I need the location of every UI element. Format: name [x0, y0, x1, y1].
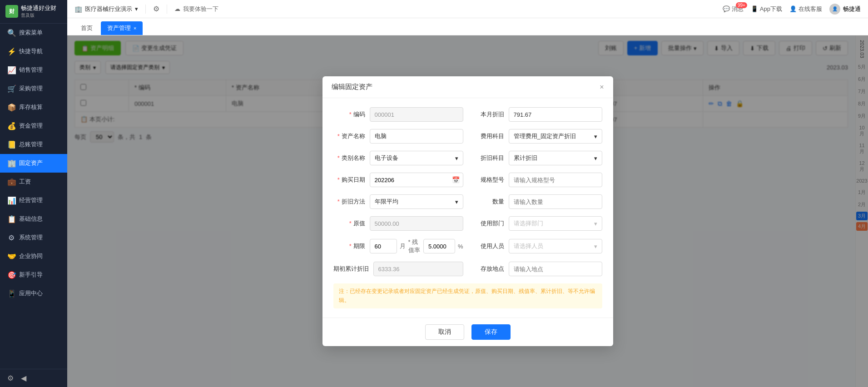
- sidebar-item-label-purchase: 采购管理: [19, 84, 43, 93]
- sidebar-item-salary[interactable]: 💼工资: [0, 173, 67, 191]
- notification-btn[interactable]: 💬 消息 99+: [723, 5, 744, 13]
- sidebar-item-label-salary: 工资: [19, 178, 31, 186]
- save-btn[interactable]: 保存: [471, 324, 511, 340]
- tab-close-icon[interactable]: ×: [134, 25, 136, 31]
- field-category: 类别名称 电子设备 ▾: [333, 151, 463, 165]
- residual-rate-unit: %: [458, 243, 463, 250]
- company-selector[interactable]: 🏢 医疗器械行业演示 ▾: [74, 5, 138, 13]
- department-placeholder: 请选择部门: [514, 219, 543, 228]
- sidebar-item-inventory[interactable]: 📦库存核算: [0, 98, 67, 117]
- experience-btn[interactable]: ☁ 我要体验一下: [174, 5, 218, 13]
- expense-account-select[interactable]: 管理费用_固定资产折旧 ▾: [509, 129, 602, 144]
- fixedasset-icon: 🏢: [7, 159, 15, 168]
- code-input[interactable]: [370, 107, 463, 122]
- sidebar-item-appcenter[interactable]: 📱应用中心: [0, 284, 67, 303]
- collapse-icon[interactable]: ◀: [21, 374, 26, 382]
- sidebar-item-purchase[interactable]: 🛒采购管理: [0, 79, 67, 98]
- sidebar-item-label-fixedasset: 固定资产: [19, 159, 43, 167]
- sidebar-item-search[interactable]: 🔍搜索菜单: [0, 24, 67, 42]
- field-quantity: 数量: [472, 194, 602, 209]
- basicinfo-icon: 📋: [7, 215, 15, 223]
- field-monthly-dep: 本月折旧: [472, 107, 602, 122]
- department-select[interactable]: 请选择部门 ▾: [509, 216, 602, 231]
- sidebar-item-fixedasset[interactable]: 🏢固定资产: [0, 154, 67, 173]
- experience-text: 我要体验一下: [183, 5, 218, 13]
- logo-icon: 财: [5, 5, 18, 18]
- quantity-input[interactable]: [509, 194, 602, 209]
- department-label: 使用部门: [472, 219, 504, 228]
- sidebar-item-capital[interactable]: 💰资金管理: [0, 117, 67, 135]
- tab-asset-mgmt-label: 资产管理: [107, 24, 131, 32]
- period-input[interactable]: [370, 239, 397, 253]
- edit-asset-modal: 编辑固定资产 × 编码 本月折旧: [322, 76, 613, 346]
- modal-footer: 取消 保存: [322, 318, 613, 346]
- sidebar-logo: 财 畅捷通好业财 普及版: [0, 0, 67, 24]
- category-chevron2-icon: ▾: [455, 155, 458, 162]
- initial-dep-input[interactable]: [373, 262, 463, 276]
- company-chevron-icon: ▾: [135, 5, 138, 12]
- modal-header: 编辑固定资产 ×: [322, 76, 613, 98]
- topbar-gear-icon[interactable]: ⚙: [153, 5, 159, 13]
- modal-close-btn[interactable]: ×: [600, 83, 604, 91]
- dep-account-value: 累计折旧: [514, 154, 537, 162]
- sidebar-item-quicknav[interactable]: ⚡快捷导航: [0, 42, 67, 61]
- field-location: 存放地点: [472, 262, 602, 276]
- sidebar-item-operation[interactable]: 📊经营管理: [0, 191, 67, 210]
- inventory-icon: 📦: [7, 103, 15, 112]
- initial-dep-label: 期初累计折旧: [333, 265, 369, 273]
- sidebar-item-label-quicknav: 快捷导航: [19, 47, 43, 55]
- location-input[interactable]: [509, 262, 602, 276]
- dep-method-select[interactable]: 年限平均 ▾: [370, 194, 463, 209]
- dep-account-chevron-icon: ▾: [594, 155, 597, 162]
- user-label: 使用人员: [472, 242, 504, 250]
- modal-title: 编辑固定资产: [332, 83, 372, 91]
- field-code: 编码: [333, 107, 463, 122]
- purchase-icon: 🛒: [7, 84, 15, 93]
- spec-input[interactable]: [509, 173, 602, 187]
- company-name: 医疗器械行业演示: [85, 5, 132, 13]
- dep-account-select[interactable]: 累计折旧 ▾: [509, 151, 602, 165]
- ledger-icon: 📒: [7, 140, 15, 149]
- experience-icon: ☁: [174, 5, 180, 12]
- sidebar-item-basicinfo[interactable]: 📋基础信息: [0, 210, 67, 228]
- category-select-field[interactable]: 电子设备 ▾: [370, 151, 463, 165]
- dep-method-value: 年限平均: [375, 198, 398, 206]
- user-select[interactable]: 请选择人员 ▾: [509, 239, 602, 253]
- modal-row-8: 期初累计折旧 存放地点: [333, 262, 602, 276]
- sidebar-item-sales[interactable]: 📈销售管理: [0, 61, 67, 79]
- original-value-input[interactable]: [370, 216, 463, 231]
- residual-rate-input[interactable]: [423, 239, 455, 253]
- settings-icon[interactable]: ⚙: [7, 374, 14, 382]
- modal-row-7: 期限 月 * 残值率 % 使用人员: [333, 238, 602, 254]
- quicknav-icon: ⚡: [7, 47, 15, 56]
- original-value-label: 原值: [333, 219, 365, 228]
- period-group: 月 * 残值率 %: [370, 238, 463, 254]
- sidebar: 财 畅捷通好业财 普及版 🔍搜索菜单⚡快捷导航📈销售管理🛒采购管理📦库存核算💰资…: [0, 0, 67, 387]
- modal-row-5: 折旧方法 年限平均 ▾ 数量: [333, 194, 602, 209]
- main-area: 🏢 医疗器械行业演示 ▾ ⚙ ☁ 我要体验一下 💬 消息 99+ 📱 App下载…: [67, 0, 868, 387]
- sidebar-item-newguide[interactable]: 🎯新手引导: [0, 266, 67, 284]
- asset-name-label: 资产名称: [333, 132, 365, 140]
- online-service-btn[interactable]: 👤 在线客服: [789, 5, 822, 13]
- user-avatar: 👤: [829, 4, 840, 15]
- tab-asset-mgmt[interactable]: 资产管理 ×: [101, 21, 143, 35]
- purchase-date-wrap: 📅: [370, 173, 463, 187]
- app-download-btn[interactable]: 📱 App下载: [751, 5, 782, 13]
- tab-home[interactable]: 首页: [74, 21, 99, 35]
- notification-icon: 💬: [723, 5, 730, 12]
- salary-icon: 💼: [7, 178, 15, 186]
- user-menu[interactable]: 👤 畅捷通: [829, 4, 861, 15]
- cancel-btn[interactable]: 取消: [425, 324, 464, 340]
- spec-label: 规格型号: [472, 176, 504, 184]
- purchase-date-input[interactable]: [370, 173, 463, 187]
- sidebar-item-cooperation[interactable]: 🤝企业协同: [0, 247, 67, 266]
- modal-row-3: 类别名称 电子设备 ▾ 折旧科目 累计折旧 ▾: [333, 151, 602, 165]
- content-area: 📋 资产明细 📄 变更生成凭证 刘账 + 新增 批量操作 ▾ ⬇: [67, 35, 868, 387]
- asset-name-input[interactable]: [370, 129, 463, 144]
- monthly-dep-label: 本月折旧: [472, 110, 504, 119]
- monthly-dep-input[interactable]: [509, 107, 602, 122]
- sidebar-item-ledger[interactable]: 📒总账管理: [0, 135, 67, 154]
- sidebar-item-system[interactable]: ⚙系统管理: [0, 228, 67, 247]
- sidebar-item-label-search: 搜索菜单: [19, 29, 43, 37]
- field-initial-dep: 期初累计折旧: [333, 262, 463, 276]
